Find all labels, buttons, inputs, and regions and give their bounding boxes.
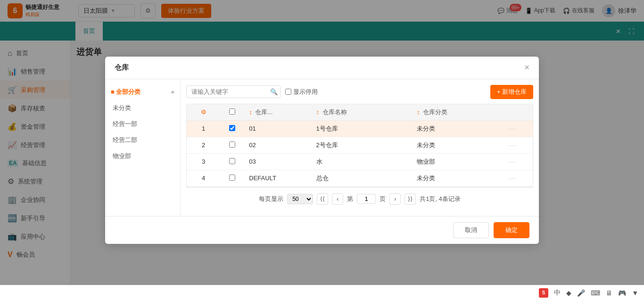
row-more-icon[interactable]: ··· [509, 158, 517, 165]
page-size-label: 每页显示 [259, 195, 283, 203]
select-all-checkbox[interactable] [229, 108, 235, 115]
last-page-button[interactable]: ⟩⟩ [405, 193, 416, 205]
keyboard-icon[interactable]: ⌨ [591, 289, 600, 297]
modal-title: 仓库 [115, 63, 129, 72]
modal-toolbar: 🔍 显示停用 + 新增仓库 [186, 85, 533, 99]
page-unit: 页 [380, 195, 386, 203]
row-more-icon[interactable]: ··· [509, 125, 517, 132]
row-action[interactable]: ··· [493, 170, 533, 186]
th-name: ↕ 仓库名称 [312, 104, 412, 121]
row-action[interactable]: ··· [493, 120, 533, 137]
modal-category-dept1[interactable]: 经营一部 [105, 116, 180, 132]
display-icon[interactable]: 🖥 [606, 289, 612, 297]
row-name: 水 [312, 153, 412, 170]
row-name: 2号仓库 [312, 137, 412, 153]
collapse-sidebar-icon[interactable]: « [171, 88, 174, 95]
row-category: 未分类 [412, 137, 493, 153]
show-disabled-checkbox[interactable] [285, 89, 291, 95]
row-name: 总仓 [312, 170, 412, 186]
warehouse-modal: 仓库 × ■ 全部分类 « 未分类 经营一部 经营二部 物业部 [105, 57, 539, 244]
modal-category-property[interactable]: 物业部 [105, 148, 180, 164]
add-warehouse-button[interactable]: + 新增仓库 [490, 85, 533, 99]
modal-header: 仓库 × [105, 57, 539, 79]
row-checkbox-cell[interactable] [220, 137, 244, 153]
modal-main-content: 🔍 显示停用 + 新增仓库 ⚙ [181, 79, 539, 216]
row-code: 03 [244, 153, 311, 170]
table-header-row: ⚙ ↕ 仓库... ↕ 仓库名称 [187, 104, 533, 121]
row-category: 物业部 [412, 153, 493, 170]
search-icon[interactable]: 🔍 [270, 88, 278, 95]
row-action[interactable]: ··· [493, 153, 533, 170]
warehouse-table: ⚙ ↕ 仓库... ↕ 仓库名称 [186, 104, 533, 187]
row-more-icon[interactable]: ··· [509, 175, 517, 182]
first-page-button[interactable]: ⟨⟨ [317, 193, 328, 205]
modal-category-sidebar: ■ 全部分类 « 未分类 经营一部 经营二部 物业部 [105, 79, 181, 216]
th-settings: ⚙ [187, 104, 220, 121]
gamepad-icon[interactable]: 🎮 [618, 289, 626, 297]
system-logo: S [539, 288, 548, 298]
table-row[interactable]: 4 DEFAULT 总仓 未分类 ··· [187, 170, 533, 186]
modal-category-dept2[interactable]: 经营二部 [105, 132, 180, 148]
row-checkbox[interactable] [229, 158, 235, 164]
cancel-button[interactable]: 取消 [453, 222, 489, 238]
row-checkbox[interactable] [229, 175, 235, 181]
page-size-select[interactable]: 50 10 20 100 [287, 194, 313, 204]
row-num: 1 [187, 120, 220, 137]
search-wrap: 🔍 [186, 85, 281, 98]
show-disabled-label[interactable]: 显示停用 [285, 88, 318, 96]
th-code: ↕ 仓库... [244, 104, 311, 121]
row-checkbox-cell[interactable] [220, 153, 244, 170]
modal-body: ■ 全部分类 « 未分类 经营一部 经营二部 物业部 🔍 [105, 79, 539, 216]
total-info: 共1页, 4条记录 [420, 195, 461, 203]
close-modal-button[interactable]: × [524, 63, 529, 72]
row-code: 02 [244, 137, 311, 153]
row-action[interactable]: ··· [493, 137, 533, 153]
system-bar: S 中 ◆ 🎤 ⌨ 🖥 🎮 ▼ [0, 285, 644, 300]
th-action [493, 104, 533, 121]
next-page-button[interactable]: › [389, 193, 401, 205]
prev-page-button[interactable]: ‹ [332, 193, 343, 205]
modal-category-unclassified[interactable]: 未分类 [105, 100, 180, 116]
table-row[interactable]: 2 02 2号仓库 未分类 ··· [187, 137, 533, 153]
row-checkbox-cell[interactable] [220, 170, 244, 186]
table-row[interactable]: 1 01 1号仓库 未分类 ··· [187, 120, 533, 137]
page-label: 第 [347, 195, 353, 203]
row-name: 1号仓库 [312, 120, 412, 137]
diamond-icon: ◆ [566, 289, 571, 297]
row-num: 2 [187, 137, 220, 153]
modal-sidebar-header: ■ 全部分类 « [105, 84, 180, 100]
row-code: DEFAULT [244, 170, 311, 186]
confirm-button[interactable]: 确定 [494, 222, 529, 238]
microphone-icon[interactable]: 🎤 [577, 289, 585, 297]
row-category: 未分类 [412, 170, 493, 186]
row-num: 4 [187, 170, 220, 186]
chinese-input-icon[interactable]: 中 [554, 289, 561, 297]
row-checkbox[interactable] [229, 125, 235, 131]
row-more-icon[interactable]: ··· [509, 142, 517, 149]
page-number-input[interactable] [357, 194, 376, 204]
row-checkbox[interactable] [229, 142, 235, 148]
th-checkbox [220, 104, 244, 121]
row-checkbox-cell[interactable] [220, 120, 244, 137]
row-num: 3 [187, 153, 220, 170]
search-input[interactable] [186, 85, 281, 98]
modal-footer: 取消 确定 [105, 216, 539, 244]
th-category: ↕ 仓库分类 [412, 104, 493, 121]
all-categories-label[interactable]: ■ 全部分类 [111, 88, 140, 96]
modal-overlay: 仓库 × ■ 全部分类 « 未分类 经营一部 经营二部 物业部 [0, 0, 644, 300]
table-row[interactable]: 3 03 水 物业部 ··· [187, 153, 533, 170]
pagination: 每页显示 50 10 20 100 ⟨⟨ ‹ 第 页 › ⟩⟩ 共1页, 4条记… [186, 187, 533, 210]
row-code: 01 [244, 120, 311, 137]
row-category: 未分类 [412, 120, 493, 137]
arrow-down-icon[interactable]: ▼ [632, 289, 638, 297]
